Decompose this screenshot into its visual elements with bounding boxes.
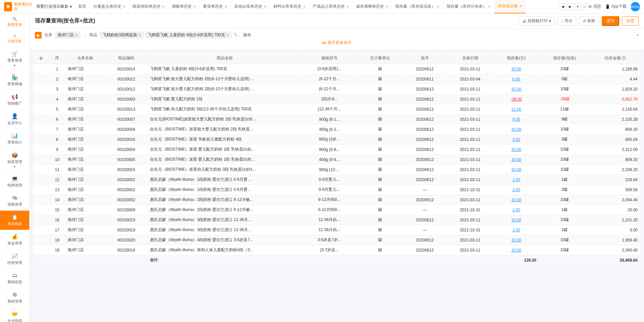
- nav-tab-inventory_status[interactable]: 现存量（库存状况表）✕: [392, 0, 443, 13]
- cell-qty-main[interactable]: 2.00: [494, 185, 538, 195]
- industry-selector[interactable]: 母婴行业演示账套 ▾: [34, 4, 75, 9]
- cell-qty-main[interactable]: 10.00: [494, 124, 538, 135]
- sidebar-item-system[interactable]: ⚙ 系统管理: [0, 288, 29, 308]
- cell-expire: 2021-10-31: [446, 185, 494, 195]
- cell-code: 00100002: [105, 185, 148, 195]
- cell-expire: 2021-03-11: [446, 145, 494, 155]
- cell-name: 合生元(BIOSTIME)派星较大婴儿配方奶粉 2段 乳铁蛋白的...: [148, 114, 302, 124]
- nav-tab-close-batch_voucher[interactable]: ✕: [519, 4, 522, 8]
- goods-tag-remove-1[interactable]: ✕: [226, 33, 229, 37]
- chevron-down-icon-color[interactable]: ▾: [637, 33, 639, 38]
- table-row: 10 南岸门店 00100005 合生元（BIOSTIME）派星 婴儿配方奶粉 …: [34, 155, 640, 165]
- cell-expire: 2021-03-11: [446, 114, 494, 124]
- filter-expand-arrow[interactable]: ▶: [35, 32, 42, 39]
- warehouse-dots[interactable]: ...: [83, 33, 87, 38]
- goods-tag-remove-0[interactable]: ✕: [139, 33, 141, 37]
- sidebar-item-member[interactable]: 👤 会员中心: [0, 110, 29, 129]
- cell-qty-main[interactable]: 9.00: [494, 114, 538, 124]
- nav-tab-close-combo_disassemble[interactable]: ✕: [162, 5, 165, 8]
- col-settings[interactable]: ⚙: [34, 53, 49, 64]
- tab-prev-arrow[interactable]: ◀: [559, 3, 566, 10]
- sidebar-icon-basic: 🗂: [12, 272, 17, 278]
- nav-tab-home[interactable]: 首页: [75, 0, 90, 13]
- nav-tab-close-product_inbound[interactable]: ✕: [346, 5, 349, 8]
- cell-settings: [34, 225, 49, 235]
- goods-dots[interactable]: 飞...: [233, 32, 240, 38]
- nav-tab-close-other_outbound[interactable]: ✕: [264, 5, 266, 8]
- inventory-table: ⚙ 序 仓库名称 商品编码 商品名称 规格型号 主计量单位 批号 失效日期 现存…: [34, 53, 640, 265]
- sidebar-item-retail_shop[interactable]: 🏪 零售商城: [0, 71, 29, 90]
- sidebar-item-operation[interactable]: 📈 经营管理: [0, 250, 29, 269]
- cell-qty-main[interactable]: 10.00: [494, 84, 538, 94]
- sidebar-item-retail_stats[interactable]: 📊 零售统计: [0, 129, 29, 149]
- nav-tab-close-requisition[interactable]: ✕: [224, 5, 227, 8]
- cell-balance: 1,829.20: [591, 84, 640, 94]
- cell-balance: 2,105.28: [591, 114, 640, 124]
- query-button[interactable]: 查询: [602, 16, 619, 26]
- warehouse-tag-remove-0[interactable]: ✕: [75, 33, 78, 37]
- sidebar-search[interactable]: 🔍 搜索菜单: [0, 13, 29, 31]
- sidebar-item-basic[interactable]: 🗂 基础信息: [0, 269, 29, 288]
- table-row: 8 南岸门店 00100016 合生元（BIOSTIME）派星 学龄前儿童配方奶…: [34, 135, 640, 145]
- cell-qty-main[interactable]: 10.00: [494, 245, 538, 255]
- cell-qty-pkg: 3罐: [538, 135, 590, 145]
- nav-tab-product_inbound[interactable]: 产成品入库单历史✕: [309, 0, 353, 13]
- cell-qty-main[interactable]: 3.00: [494, 135, 538, 145]
- sidebar-icon-purchase: 🛍: [12, 195, 17, 201]
- cell-index: 5: [49, 104, 66, 114]
- cell-qty-main[interactable]: 10.00: [494, 165, 538, 175]
- sidebar-item-finance[interactable]: 💰 资金管理: [0, 230, 29, 250]
- expand-more-btn[interactable]: ▾▾ 展开更多条件: [35, 39, 639, 47]
- sidebar-item-enterprise[interactable]: 🤝 企业协同: [0, 308, 29, 322]
- nav-tab-combo_disassemble[interactable]: 组装拆卸单历史✕: [129, 0, 168, 13]
- nav-tab-other_outbound[interactable]: 其他出库单历史✕: [231, 0, 270, 13]
- cell-qty-main[interactable]: 10.00: [494, 145, 538, 155]
- nav-tab-close-partial_stock[interactable]: ✕: [123, 5, 125, 8]
- cell-unit: 罐: [357, 124, 404, 135]
- cell-batch: 20200612: [404, 245, 446, 255]
- cell-qty-main[interactable]: 11.00: [494, 104, 538, 114]
- nav-tab-label: 其他出库单历史: [234, 4, 262, 9]
- cell-qty-main[interactable]: 10.00: [494, 195, 538, 205]
- sidebar-label-system: 系统管理: [7, 299, 22, 304]
- nav-tab-inventory_dist[interactable]: 现存量（库存分布表）✕: [443, 0, 494, 13]
- sidebar-item-ecommerce[interactable]: 💻 电商管理: [0, 172, 29, 192]
- sidebar-item-marketing[interactable]: 📢 营销推广: [0, 90, 29, 110]
- nav-tab-close-mix_order[interactable]: ✕: [193, 5, 196, 8]
- nav-tab-mix_order[interactable]: 调拨单历史✕: [168, 0, 200, 13]
- avatar[interactable]: demo2: [631, 2, 640, 11]
- nav-tab-close-inventory_status[interactable]: ✕: [437, 5, 439, 8]
- refresh-btn[interactable]: ↺ 刷新: [579, 16, 599, 25]
- cell-qty-main[interactable]: 1.00: [494, 175, 538, 185]
- sidebar-item-inventory[interactable]: 📋 库存核算: [0, 211, 29, 230]
- nav-tab-cost_adjust[interactable]: 成本调整单历史✕: [353, 0, 392, 13]
- sidebar-icon-operation: 📈: [11, 253, 18, 259]
- nav-tab-close-cost_adjust[interactable]: ✕: [385, 5, 388, 8]
- cell-qty-main[interactable]: 1.00: [494, 205, 538, 215]
- cell-qty-main[interactable]: -39.00: [494, 94, 538, 104]
- export-btn[interactable]: ↓ 导出: [557, 16, 576, 25]
- nav-tab-batch_voucher[interactable]: 库存批次账✕: [494, 0, 526, 13]
- template-print-btn[interactable]: 🖨 按模板打印 ▾: [519, 16, 555, 25]
- nav-tab-material_outbound[interactable]: 材料出库单历史✕: [270, 0, 309, 13]
- sidebar-item-retail[interactable]: 🛒 零售管理 ▼: [0, 47, 29, 71]
- nav-tab-requisition[interactable]: 要货单历史✕: [200, 0, 231, 13]
- settings-button[interactable]: 设置: [622, 16, 639, 25]
- app-download-btn[interactable]: 📱 App下载: [605, 4, 627, 9]
- message-btn[interactable]: ✉ 消息: [588, 4, 601, 9]
- sidebar-item-purchase[interactable]: 🛍 采购管理: [0, 192, 29, 211]
- cell-qty-main[interactable]: 0.00: [494, 74, 538, 84]
- tab-next-arrow[interactable]: ▶: [567, 3, 574, 10]
- cell-qty-main[interactable]: 10.00: [494, 64, 538, 74]
- nav-tab-close-material_outbound[interactable]: ✕: [303, 5, 306, 8]
- cell-qty-main[interactable]: 10.00: [494, 215, 538, 225]
- sidebar-quick-nav[interactable]: ☰ 快捷导航: [0, 31, 29, 47]
- cell-qty-main[interactable]: 10.00: [494, 235, 538, 245]
- sidebar-item-wholesale[interactable]: 📦 批发管理 ▼: [0, 149, 29, 172]
- nav-tab-close-inventory_dist[interactable]: ✕: [488, 5, 491, 8]
- nav-tab-partial_stock[interactable]: 分量盘点单历史✕: [90, 0, 129, 13]
- tab-close-all[interactable]: ✕: [574, 3, 581, 10]
- cell-qty-main[interactable]: 10.00: [494, 155, 538, 165]
- cell-qty-main[interactable]: 1.00: [494, 225, 538, 235]
- tab-maximize[interactable]: □: [582, 3, 588, 10]
